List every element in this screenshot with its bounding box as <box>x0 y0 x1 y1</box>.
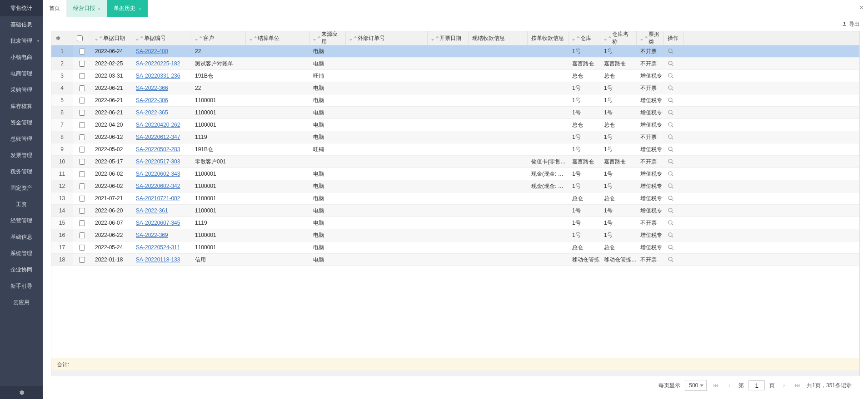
col-bill-info[interactable]: 按单收款信息 <box>528 31 569 45</box>
search-icon[interactable] <box>668 85 674 91</box>
doc-link[interactable]: SA-20220225-182 <box>136 60 180 67</box>
doc-link[interactable]: SA-2022-365 <box>136 109 168 116</box>
sidebar-item[interactable]: 云应用 <box>0 294 43 310</box>
table-scroll[interactable]: 单据日期 单据编号 客户 结算单位 来源应用 外部订单号 开票日期 现结收款信息… <box>51 31 859 359</box>
sidebar-item[interactable]: 基础信息 <box>0 16 43 33</box>
col-date[interactable]: 单据日期 <box>91 31 132 45</box>
prev-page[interactable]: ‹ <box>725 381 734 390</box>
row-checkbox[interactable] <box>79 49 85 54</box>
search-icon[interactable] <box>668 195 674 202</box>
search-icon[interactable] <box>668 232 674 238</box>
sidebar-item[interactable]: 发票管理 <box>0 147 43 163</box>
search-icon[interactable] <box>668 183 674 189</box>
sidebar-item[interactable]: 库存核算 <box>0 98 43 114</box>
row-checkbox[interactable] <box>79 196 85 202</box>
search-icon[interactable] <box>668 256 674 263</box>
doc-link[interactable]: SA-20220118-133 <box>136 256 180 263</box>
row-checkbox[interactable] <box>79 122 85 128</box>
search-icon[interactable] <box>668 158 674 165</box>
col-code[interactable]: 单据编号 <box>132 31 191 45</box>
search-icon[interactable] <box>668 220 674 226</box>
table-row[interactable]: 122022-06-02SA-20220602-3421100001电脑现金(现… <box>51 180 859 192</box>
select-all-checkbox[interactable] <box>77 35 83 41</box>
col-cash-info[interactable]: 现结收款信息 <box>469 31 528 45</box>
doc-link[interactable]: SA-2022-306 <box>136 97 168 103</box>
table-row[interactable]: 132021-07-21SA-20210721-0021100001电脑总仓总仓… <box>51 192 859 205</box>
col-ticket[interactable]: 票据类 <box>637 31 664 45</box>
tab[interactable]: 经营日报× <box>67 0 107 17</box>
col-checkbox[interactable] <box>73 31 91 45</box>
search-icon[interactable] <box>668 48 674 54</box>
row-checkbox[interactable] <box>79 110 85 116</box>
row-checkbox[interactable] <box>79 159 85 165</box>
doc-link[interactable]: SA-2022-361 <box>136 207 168 214</box>
col-invoice-date[interactable]: 开票日期 <box>428 31 469 45</box>
table-row[interactable]: 62022-06-21SA-2022-3651100001电脑1号1号增值税专 <box>51 107 859 119</box>
table-row[interactable]: 152022-06-07SA-20220607-3451119电脑1号1号不开票 <box>51 217 859 229</box>
search-icon[interactable] <box>668 73 674 79</box>
table-row[interactable]: 182022-01-18SA-20220118-133信用电脑移动仓管拣…移动仓… <box>51 254 859 266</box>
sidebar-item[interactable]: 新手引导 <box>0 278 43 294</box>
row-checkbox[interactable] <box>79 220 85 226</box>
table-row[interactable]: 82022-06-12SA-20220612-3471119电脑1号1号不开票 <box>51 131 859 143</box>
search-icon[interactable] <box>668 97 674 103</box>
sidebar-item[interactable]: 企业协同 <box>0 261 43 278</box>
table-row[interactable]: 92022-05-02SA-20220502-283191B仓旺铺1号1号增值税… <box>51 143 859 156</box>
table-row[interactable]: 42022-06-21SA-2022-36622电脑1号1号不开票 <box>51 82 859 94</box>
sidebar-item[interactable]: 经营管理 <box>0 212 43 229</box>
col-extorder[interactable]: 外部订单号 <box>346 31 428 45</box>
search-icon[interactable] <box>668 171 674 177</box>
table-row[interactable]: 22022-02-25SA-20220225-182测试客户对账单电脑嘉言路仓嘉… <box>51 58 859 70</box>
page-input[interactable] <box>748 380 765 390</box>
table-row[interactable]: 162022-06-22SA-2022-3691100001电脑1号1号增值税专 <box>51 229 859 241</box>
sidebar-item[interactable]: 资金管理 <box>0 114 43 131</box>
search-icon[interactable] <box>668 109 674 116</box>
row-checkbox[interactable] <box>79 134 85 140</box>
row-checkbox[interactable] <box>79 257 85 263</box>
sidebar-item[interactable]: 电商管理 <box>0 65 43 82</box>
search-icon[interactable] <box>668 244 674 251</box>
doc-link[interactable]: SA-20220612-347 <box>136 134 180 140</box>
sidebar-item[interactable]: 税务管理 <box>0 163 43 180</box>
close-icon[interactable]: × <box>98 6 100 11</box>
row-checkbox[interactable] <box>79 98 85 103</box>
table-row[interactable]: 72022-04-20SA-20220420-2621100001电脑总仓总仓增… <box>51 119 859 131</box>
sidebar-item[interactable]: 批发管理▾ <box>0 33 43 49</box>
col-warehouse-name[interactable]: 仓库名称 <box>600 31 637 45</box>
table-row[interactable]: 172022-05-24SA-20220524-3111100001电脑总仓总仓… <box>51 241 859 254</box>
doc-link[interactable]: SA-2022-369 <box>136 232 168 238</box>
close-all-tabs[interactable]: × <box>859 4 863 12</box>
doc-link[interactable]: SA-20220607-345 <box>136 220 180 226</box>
sidebar-settings[interactable] <box>0 386 43 399</box>
row-checkbox[interactable] <box>79 171 85 177</box>
first-page[interactable]: ⏮ <box>711 381 720 390</box>
row-checkbox[interactable] <box>79 73 85 79</box>
last-page[interactable]: ⏭ <box>793 381 802 390</box>
sidebar-item[interactable]: 固定资产 <box>0 180 43 196</box>
sidebar-item[interactable]: 基础信息 <box>0 229 43 245</box>
sidebar-item[interactable]: 采购管理 <box>0 82 43 98</box>
sidebar-item[interactable]: 工资 <box>0 196 43 212</box>
row-checkbox[interactable] <box>79 245 85 251</box>
doc-link[interactable]: SA-20220524-311 <box>136 244 180 251</box>
sidebar-item[interactable]: 小畅电商 <box>0 49 43 65</box>
doc-link[interactable]: SA-2022-366 <box>136 85 168 91</box>
doc-link[interactable]: SA-20220502-283 <box>136 146 180 153</box>
per-page-select[interactable]: 500 <box>685 380 707 391</box>
row-checkbox[interactable] <box>79 183 85 189</box>
row-checkbox[interactable] <box>79 147 85 153</box>
sidebar-item[interactable]: 零售统计 <box>0 0 43 16</box>
table-row[interactable]: 12022-06-24SA-2022-40022电脑1号1号不开票 <box>51 45 859 58</box>
tab[interactable]: 首页 <box>43 0 67 17</box>
table-row[interactable]: 112022-06-02SA-20220602-3431100001电脑现金(现… <box>51 168 859 180</box>
doc-link[interactable]: SA-20220602-343 <box>136 171 180 177</box>
search-icon[interactable] <box>668 146 674 153</box>
table-row[interactable]: 142022-06-20SA-2022-3611100001电脑1号1号增值税专 <box>51 205 859 217</box>
doc-link[interactable]: SA-20220331-236 <box>136 73 180 79</box>
doc-link[interactable]: SA-20220420-262 <box>136 122 180 128</box>
table-row[interactable]: 32022-03-31SA-20220331-236191B仓旺铺总仓总仓增值税… <box>51 70 859 82</box>
row-checkbox[interactable] <box>79 61 85 67</box>
doc-link[interactable]: SA-20220602-342 <box>136 183 180 189</box>
search-icon[interactable] <box>668 134 674 140</box>
table-row[interactable]: 52022-06-21SA-2022-3061100001电脑1号1号增值税专 <box>51 94 859 107</box>
